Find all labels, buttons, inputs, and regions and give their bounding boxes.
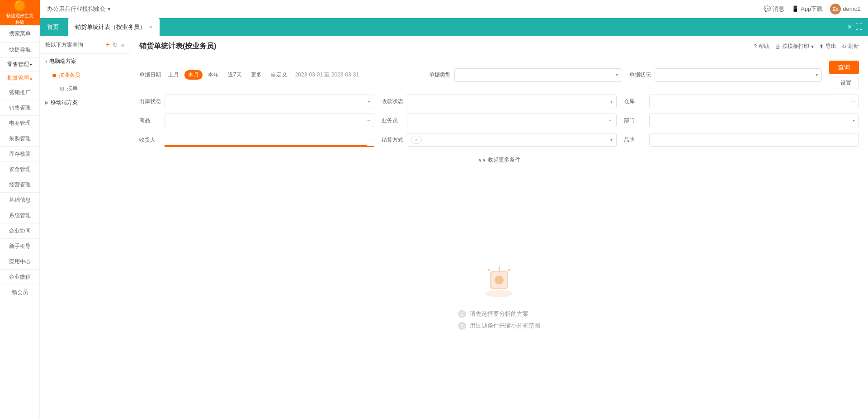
sidebar-item-inventory[interactable]: 库存核算 bbox=[0, 147, 39, 162]
sidebar-item-sales[interactable]: 销售管理 bbox=[0, 100, 39, 116]
scheme-panel-header: 按以下方案查询 + ↻ « bbox=[40, 36, 130, 54]
refresh-btn[interactable]: ↻ 刷新 bbox=[842, 43, 859, 50]
scheme-collapse-btn[interactable]: « bbox=[121, 41, 124, 48]
receiver-input[interactable] bbox=[165, 133, 367, 146]
topbar-right: 💬 消息 📱 App下载 Ea demo2 bbox=[764, 4, 861, 14]
svg-line-6 bbox=[508, 269, 510, 271]
receiver-dots[interactable]: ··· bbox=[369, 136, 374, 143]
sidebar-item-retail[interactable]: 零售管理 ▾ bbox=[0, 58, 39, 71]
page-content: 按以下方案查询 + ↻ « ▾ 电脑端方案 按业务员 ⊞ 按单 bbox=[40, 36, 868, 418]
page-header: 销货单统计表(按业务员) ? 帮助 🖨 按模板打印 ▾ ⬆ 导出 bbox=[130, 36, 868, 55]
scheme-add-btn[interactable]: + bbox=[106, 41, 110, 49]
scheme-group-mobile-header[interactable]: ▶ 移动端方案 bbox=[40, 95, 130, 110]
brand-label: 品牌 bbox=[624, 136, 646, 144]
tab-sales-report-label: 销货单统计表（按业务员） bbox=[75, 23, 146, 31]
tab-maximize-btn[interactable]: ⛶ bbox=[855, 23, 863, 31]
export-btn[interactable]: ⬆ 导出 bbox=[819, 43, 836, 50]
doc-status-select[interactable]: ▾ bbox=[655, 68, 822, 82]
app-download-btn[interactable]: 📱 App下载 bbox=[792, 5, 823, 13]
receipt-status-label: 收款状态 bbox=[382, 98, 404, 105]
date-buttons: 上月 本月 本年 近7天 更多 自定义 bbox=[165, 70, 291, 80]
goods-dots: ··· bbox=[367, 118, 370, 123]
help-btn[interactable]: ? 帮助 bbox=[754, 43, 769, 50]
step-text-1: 请先选择要分析的方案 bbox=[470, 310, 528, 318]
filter-actions: 查询 设置 bbox=[829, 61, 859, 89]
collapse-row[interactable]: ∧∧ 收起更多条件 bbox=[139, 152, 859, 167]
empty-step-2: 2 用过滤条件来缩小分析范围 bbox=[458, 322, 540, 330]
scheme-panel-title: 按以下方案查询 bbox=[45, 41, 83, 49]
filter-row-2: 出库状态 ▾ 收款状态 ▾ 仓库 bbox=[139, 95, 859, 108]
receipt-status-select[interactable]: ▾ bbox=[407, 95, 617, 108]
sidebar-item-marketing[interactable]: 营销推广 bbox=[0, 85, 39, 100]
sidebar-item-wholesale[interactable]: 批发管理 ▴ bbox=[0, 71, 39, 85]
tab-sales-report[interactable]: 销货单统计表（按业务员） × bbox=[68, 18, 160, 36]
step-num-2: 2 bbox=[458, 322, 466, 330]
help-icon: ? bbox=[754, 43, 757, 50]
date-7days[interactable]: 近7天 bbox=[224, 70, 245, 80]
empty-illustration bbox=[476, 257, 522, 303]
date-this-month[interactable]: 本月 bbox=[184, 70, 203, 80]
tab-close-icon[interactable]: × bbox=[149, 24, 152, 30]
payment-tag-close[interactable]: × bbox=[415, 137, 418, 142]
sidebar-item-enterprise[interactable]: 企业协同 bbox=[0, 223, 39, 239]
scheme-group-desktop-header[interactable]: ▾ 电脑端方案 bbox=[40, 54, 130, 69]
payment-select[interactable]: × ▾ bbox=[407, 133, 617, 147]
receiver-input-wrap: ··· bbox=[165, 133, 374, 147]
company-selector[interactable]: 办公用品行业模拟账套 ▾ bbox=[47, 5, 111, 13]
user-avatar-btn[interactable]: Ea demo2 bbox=[830, 4, 861, 14]
scheme-refresh-btn[interactable]: ↻ bbox=[113, 41, 118, 48]
payment-label: 结算方式 bbox=[382, 136, 404, 144]
goods-select[interactable]: ··· bbox=[165, 114, 374, 127]
sidebar-item-wechat[interactable]: 企业微信 bbox=[0, 270, 39, 285]
query-btn[interactable]: 查询 bbox=[829, 61, 859, 74]
sidebar-item-member[interactable]: 畅会员 bbox=[0, 285, 39, 300]
tabbar-controls: × ⛶ bbox=[848, 23, 868, 31]
export-icon: ⬆ bbox=[819, 43, 824, 50]
sidebar-item-newguide[interactable]: 新手引导 bbox=[0, 239, 39, 254]
salesman-label: 业务员 bbox=[382, 117, 404, 124]
quick-nav[interactable]: 快捷导航 bbox=[0, 43, 39, 58]
scheme-item-order[interactable]: ⊞ 按单 bbox=[40, 82, 130, 95]
sidebar-item-ecommerce[interactable]: 电商管理 bbox=[0, 116, 39, 131]
sidebar-item-system[interactable]: 系统管理 bbox=[0, 208, 39, 223]
scheme-label-salesman: 按业务员 bbox=[59, 71, 80, 79]
logo-sub: 标版 bbox=[15, 19, 24, 25]
filter-area: 单据日期 上月 本月 本年 近7天 更多 自定义 2023-03-01 至 20… bbox=[130, 55, 868, 173]
content-area: 销货单统计表(按业务员) ? 帮助 🖨 按模板打印 ▾ ⬆ 导出 bbox=[130, 36, 868, 418]
salesman-select[interactable]: ··· bbox=[407, 114, 617, 127]
logo-text: 畅捷通好生意 bbox=[6, 13, 33, 19]
scheme-item-salesman[interactable]: 按业务员 bbox=[40, 69, 130, 82]
salesman-dots: ··· bbox=[609, 118, 613, 123]
date-more[interactable]: 更多 bbox=[247, 70, 265, 80]
sidebar-item-operation[interactable]: 经营管理 bbox=[0, 177, 39, 193]
sidebar: 🟠 畅捷通好生意 标版 搜索菜单 快捷导航 零售管理 ▾ 批发管理 ▴ 营销推广… bbox=[0, 0, 40, 418]
doc-type-select[interactable]: ▾ bbox=[454, 68, 622, 82]
wholesale-arrow: ▴ bbox=[30, 76, 32, 81]
out-status-select[interactable]: ▾ bbox=[165, 95, 374, 108]
message-btn[interactable]: 💬 消息 bbox=[764, 5, 784, 13]
brand-select[interactable]: ··· bbox=[649, 133, 859, 147]
search-menu[interactable]: 搜索菜单 bbox=[0, 25, 39, 43]
doc-type-label: 单据类型 bbox=[429, 71, 452, 79]
sidebar-item-basic[interactable]: 基础信息 bbox=[0, 193, 39, 208]
avatar: Ea bbox=[830, 4, 841, 14]
date-last-month[interactable]: 上月 bbox=[165, 70, 183, 80]
collapse-label: 收起更多条件 bbox=[488, 156, 520, 164]
date-custom[interactable]: 自定义 bbox=[267, 70, 291, 80]
department-select[interactable]: ▾ bbox=[649, 114, 859, 127]
tab-close-window-btn[interactable]: × bbox=[848, 23, 852, 31]
sidebar-item-appcenter[interactable]: 应用中心 bbox=[0, 254, 39, 270]
date-label: 单据日期 bbox=[139, 71, 162, 79]
sidebar-item-purchase[interactable]: 采购管理 bbox=[0, 131, 39, 147]
tabbar: 首页 销货单统计表（按业务员） × × ⛶ bbox=[40, 18, 868, 36]
page-header-actions: ? 帮助 🖨 按模板打印 ▾ ⬆ 导出 ↻ 刷新 bbox=[754, 43, 859, 50]
tab-home-label: 首页 bbox=[47, 23, 59, 31]
scheme-dot-salesman bbox=[52, 74, 56, 77]
date-this-year[interactable]: 本年 bbox=[204, 70, 222, 80]
print-btn[interactable]: 🖨 按模板打印 ▾ bbox=[775, 43, 814, 50]
warehouse-select[interactable]: ··· bbox=[649, 95, 859, 108]
tab-home[interactable]: 首页 bbox=[40, 18, 66, 36]
sidebar-item-finance[interactable]: 资金管理 bbox=[0, 162, 39, 177]
setting-btn[interactable]: 设置 bbox=[833, 77, 859, 89]
group-arrow-mobile: ▶ bbox=[45, 100, 49, 105]
